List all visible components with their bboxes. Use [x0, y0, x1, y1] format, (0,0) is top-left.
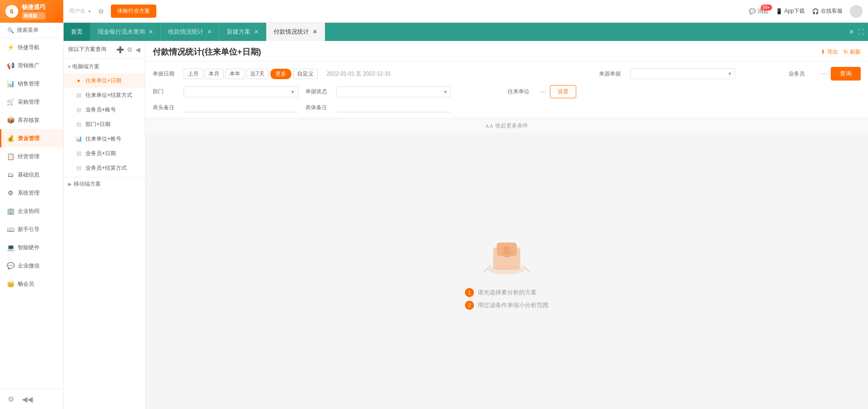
- source-select[interactable]: ▾: [630, 68, 735, 79]
- sidebar-item-hardware[interactable]: 💻 智能硬件: [0, 238, 63, 257]
- tab-expand-icon[interactable]: ⛶: [858, 28, 864, 35]
- sidebar-item-operation[interactable]: 📋 经营管理: [0, 147, 63, 166]
- sidebar-item-quick[interactable]: ⚡ 快捷导航: [0, 38, 63, 56]
- sidebar-item-basic[interactable]: 🗂 基础信息: [0, 166, 63, 184]
- sidebar-item-enterprise[interactable]: 🏢 企业协同: [0, 202, 63, 220]
- export-button[interactable]: ⬆ 导出: [821, 48, 838, 56]
- svg-point-3: [503, 246, 510, 253]
- sidebar-item-search[interactable]: 🔍 搜索菜单: [0, 23, 63, 38]
- tab-bank[interactable]: 现金银行流水查询 ✕: [90, 23, 161, 41]
- operation-icon: 📋: [6, 152, 15, 161]
- mobile-section-label: 移动端方案: [74, 180, 101, 188]
- sidebar-item-marketing[interactable]: 📢 营销推广: [0, 56, 63, 75]
- settings-bottom-icon[interactable]: ⚙: [5, 393, 17, 405]
- search-label: 搜索菜单: [17, 26, 39, 34]
- tabbar: 首页 现金银行流水查询 ✕ 收款情况统计 ✕ 新建方案 ✕ 付款情况统计 ✕ ✕…: [64, 23, 868, 41]
- inventory-icon: 📦: [6, 116, 15, 125]
- user-avatar[interactable]: [850, 5, 863, 18]
- tab-close-all-icon[interactable]: ✕: [849, 28, 854, 35]
- collapse-panel-icon[interactable]: ◀: [135, 46, 140, 53]
- settings-plan-icon[interactable]: ⚙: [127, 46, 133, 53]
- settings-button[interactable]: 设置: [550, 85, 576, 98]
- body-note-input[interactable]: [336, 103, 451, 112]
- tab-receipt[interactable]: 收款情况统计 ✕: [161, 23, 219, 41]
- desktop-section-label: 电脑端方案: [72, 63, 100, 71]
- wechat-label: 企业微信: [18, 262, 40, 270]
- tab-payment-close[interactable]: ✕: [313, 29, 317, 35]
- system-label: 系统管理: [18, 189, 40, 197]
- plan-dept-date[interactable]: ▤ 部门+日期: [64, 117, 145, 131]
- tab-new-close[interactable]: ✕: [254, 29, 259, 35]
- date-btn-7days[interactable]: 近7天: [246, 69, 269, 79]
- sidebar-item-guide[interactable]: 📖 新手引导: [0, 220, 63, 238]
- dept-select-arrow: ▾: [291, 89, 294, 95]
- status-select[interactable]: ▾: [336, 86, 451, 97]
- tab-home[interactable]: 首页: [64, 23, 90, 41]
- plan-unit-account[interactable]: 📊 往来单位+账号: [64, 131, 145, 146]
- desktop-section-arrow: ▾: [68, 64, 70, 69]
- tab-bank-close[interactable]: ✕: [149, 29, 153, 35]
- empty-area: 1 请先选择要分析的方案 2 用过滤条件来缩小分析范围: [145, 134, 868, 409]
- date-btn-custom[interactable]: 自定义: [293, 69, 318, 79]
- dept-select[interactable]: ▾: [184, 86, 298, 97]
- message-button[interactable]: 💬 消息 99+: [749, 7, 768, 15]
- tab-receipt-close[interactable]: ✕: [207, 29, 212, 35]
- plan-staff-date-icon: ▤: [75, 149, 83, 157]
- query-button[interactable]: 查询: [831, 67, 861, 81]
- add-plan-icon[interactable]: ➕: [116, 46, 124, 53]
- plan-unit-date[interactable]: ● 往来单位+日期: [64, 73, 145, 88]
- download-button[interactable]: 📱 App下载: [776, 7, 805, 15]
- tab-new[interactable]: 新建方案 ✕: [219, 23, 266, 41]
- page-title: 付款情况统计(往来单位+日期): [153, 46, 261, 57]
- experience-button[interactable]: 体验行业方案: [111, 5, 156, 18]
- app-version: 标准版: [22, 12, 45, 20]
- service-button[interactable]: 🎧 在线客服: [812, 7, 843, 15]
- sidebar-item-purchase[interactable]: 🛒 采购管理: [0, 93, 63, 111]
- purchase-icon: 🛒: [6, 97, 15, 106]
- quick-icon: ⚡: [6, 43, 15, 52]
- right-content: 付款情况统计(往来单位+日期) ⬆ 导出 ↻ 刷新: [145, 41, 868, 409]
- page-content: 按以下方案查询 ➕ ⚙ ◀ ▾ 电脑端方案 ● 往来单位+日期 ▤: [64, 41, 868, 409]
- basic-icon: 🗂: [6, 170, 15, 179]
- sidebar-item-system[interactable]: ⚙ 系统管理: [0, 184, 63, 202]
- date-btn-last-month[interactable]: 上月: [184, 69, 203, 79]
- hint-num-2: 2: [465, 301, 474, 310]
- operation-label: 经营管理: [18, 153, 40, 161]
- date-btn-this-year[interactable]: 本年: [225, 69, 244, 79]
- sidebar-item-member[interactable]: 👑 畅会员: [0, 275, 63, 293]
- sidebar: 6 畅捷通巧 标准版 🔍 搜索菜单 ⚡ 快捷导航 📢 营销推广 📊 销售管理 🛒…: [0, 0, 64, 409]
- service-icon: 🎧: [812, 8, 819, 15]
- collapse-chevron-icon: ∧∧: [485, 123, 494, 129]
- sidebar-item-wechat[interactable]: 💬 企业微信: [0, 257, 63, 275]
- date-btn-this-month[interactable]: 本月: [205, 69, 224, 79]
- plan-unit-payment-label: 往来单位+结算方式: [85, 91, 132, 99]
- desktop-section-header[interactable]: ▾ 电脑端方案: [64, 60, 145, 73]
- collapse-bar[interactable]: ∧∧ 收起更多条件: [145, 118, 868, 134]
- refresh-button[interactable]: ↻ 刷新: [843, 48, 861, 56]
- message-badge: 99+: [761, 5, 772, 10]
- header-note-input[interactable]: [184, 103, 298, 112]
- hint-text-1: 请先选择要分析的方案: [478, 288, 537, 297]
- topbar-logo-text: 用户名: [69, 7, 85, 15]
- sidebar-item-sales[interactable]: 📊 销售管理: [0, 75, 63, 93]
- date-btn-more[interactable]: 更多: [270, 69, 291, 79]
- collapse-sidebar-icon[interactable]: ◀◀: [21, 393, 34, 405]
- finance-label: 资金管理: [18, 135, 40, 142]
- sidebar-item-finance[interactable]: 💰 资金管理: [0, 129, 63, 147]
- dept-filter-label: 部门: [153, 88, 180, 96]
- tab-payment[interactable]: 付款情况统计 ✕: [266, 23, 325, 41]
- plan-staff-date[interactable]: ▤ 业务员+日期: [64, 146, 145, 161]
- mobile-section-header[interactable]: ▶ 移动端方案: [64, 177, 145, 191]
- plan-unit-date-label: 往来单位+日期: [85, 77, 121, 85]
- service-label: 在线客服: [821, 7, 843, 15]
- plan-unit-payment[interactable]: ▤ 往来单位+结算方式: [64, 88, 145, 102]
- plan-staff-account[interactable]: ▤ 业务员+账号: [64, 102, 145, 117]
- filter-row-1: 单据日期 上月 本月 本年 近7天 更多 自定义 2022-01-0: [153, 67, 861, 81]
- topbar-gear-button[interactable]: ⚙: [95, 5, 107, 18]
- plan-staff-payment[interactable]: ▤ 业务员+结算方式: [64, 161, 145, 175]
- partner-filter-label: 往来单位: [508, 88, 535, 96]
- sidebar-item-inventory[interactable]: 📦 库存核算: [0, 111, 63, 129]
- download-label: App下载: [784, 7, 805, 15]
- empty-hints: 1 请先选择要分析的方案 2 用过滤条件来缩小分析范围: [465, 288, 549, 310]
- export-icon: ⬆: [821, 49, 825, 55]
